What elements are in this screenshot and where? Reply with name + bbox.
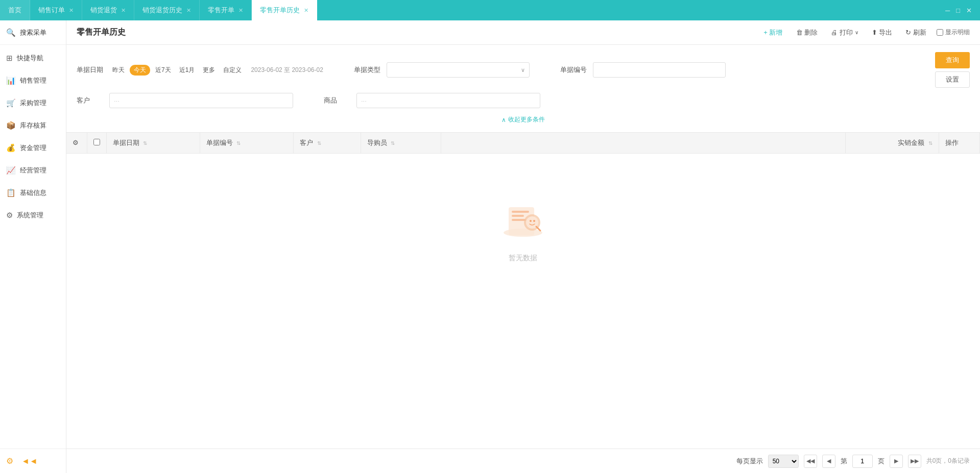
next-page-btn[interactable]: ▶ — [890, 455, 903, 468]
th-customer: 客户 ⇅ — [294, 133, 361, 153]
bill-no-input[interactable] — [593, 62, 726, 78]
tab-sales-return-close[interactable]: ✕ — [121, 7, 126, 14]
goods-dots: ··· — [361, 97, 367, 105]
sidebar-item-quick-nav-label: 快捷导航 — [17, 54, 43, 63]
tab-sales-order-close[interactable]: ✕ — [69, 7, 74, 14]
tab-sales-order[interactable]: 销售订单 ✕ — [30, 0, 82, 20]
th-actions-label: 操作 — [945, 139, 959, 146]
bill-no-label: 单据编号 — [560, 65, 589, 74]
settings-button[interactable]: 设置 — [935, 71, 970, 88]
th-salesperson-sort-icon[interactable]: ⇅ — [391, 140, 395, 146]
sidebar-item-finance[interactable]: 💰 资金管理 — [0, 137, 66, 159]
date-filter-field: 单据日期 昨天 今天 近7天 近1月 更多 自定义 2023-06-02 至 2… — [77, 65, 323, 76]
sidebar-item-purchase[interactable]: 🛒 采购管理 — [0, 92, 66, 114]
th-settings[interactable]: ⚙ — [66, 133, 87, 153]
window-close-btn[interactable]: ✕ — [966, 7, 972, 14]
main-layout: 🔍 搜索采单 ⊞ 快捷导航 📊 销售管理 🛒 采购管理 📦 库存核算 💰 — [0, 20, 980, 473]
tab-retail-open[interactable]: 零售开单 ✕ — [200, 0, 252, 20]
window-maximize-btn[interactable]: □ — [956, 7, 960, 14]
sidebar-item-sales[interactable]: 📊 销售管理 — [0, 69, 66, 92]
tab-sales-return-history-close[interactable]: ✕ — [186, 7, 191, 14]
th-amount-sort-icon[interactable]: ⇅ — [928, 140, 933, 146]
sidebar-settings-icon[interactable]: ⚙ — [6, 456, 13, 466]
th-date-sort-icon[interactable]: ⇅ — [143, 140, 147, 146]
export-button[interactable]: ⬆ 导出 — [869, 26, 896, 39]
th-amount-label: 实销金额 — [898, 139, 924, 146]
last-page-btn[interactable]: ▶▶ — [908, 455, 921, 468]
th-empty — [441, 133, 845, 153]
sidebar-item-system[interactable]: ⚙ 系统管理 — [0, 204, 66, 227]
bill-type-label: 单据类型 — [354, 65, 383, 74]
per-page-select[interactable]: 50 20 100 — [768, 455, 799, 468]
tab-sales-return-history[interactable]: 销货退货历史 ✕ — [134, 0, 200, 20]
basic-icon: 📋 — [6, 188, 16, 197]
collapse-filter-btn[interactable]: ∧ 收起更多条件 — [77, 113, 970, 128]
page-label: 页 — [878, 457, 885, 466]
sidebar-item-basic-label: 基础信息 — [20, 188, 46, 197]
tab-retail-open-history[interactable]: 零售开单历史 ✕ — [252, 0, 317, 20]
sidebar-item-operations[interactable]: 📈 经营管理 — [0, 159, 66, 182]
tab-retail-open-history-close[interactable]: ✕ — [304, 7, 308, 14]
tab-sales-return-label: 销货退货 — [90, 6, 117, 15]
tab-sales-return[interactable]: 销货退货 ✕ — [82, 0, 134, 20]
prev-page-btn[interactable]: ◀ — [822, 455, 835, 468]
current-page-input[interactable] — [852, 455, 873, 468]
svg-rect-3 — [512, 215, 524, 217]
th-salesperson: 导购员 ⇅ — [361, 133, 441, 153]
tab-retail-open-history-label: 零售开单历史 — [260, 6, 300, 15]
print-button[interactable]: 🖨 打印 ∨ — [828, 26, 862, 39]
query-button[interactable]: 查询 — [935, 52, 970, 68]
date-shortcut-custom[interactable]: 自定义 — [220, 65, 245, 76]
column-settings-icon[interactable]: ⚙ — [73, 139, 79, 146]
date-shortcut-1month[interactable]: 近1月 — [176, 65, 198, 76]
empty-state-text: 暂无数据 — [509, 254, 537, 263]
th-no: 单据编号 ⇅ — [200, 133, 293, 153]
bill-type-select[interactable]: ∨ — [387, 62, 530, 78]
th-no-sort-icon[interactable]: ⇅ — [236, 140, 241, 146]
svg-point-8 — [530, 220, 532, 222]
th-amount: 实销金额 ⇅ — [845, 133, 939, 153]
sidebar-collapse-icon[interactable]: ◄◄ — [21, 457, 38, 466]
window-minimize-btn[interactable]: ─ — [945, 7, 950, 14]
customer-label: 客户 — [77, 96, 105, 105]
bill-type-caret-icon: ∨ — [521, 67, 525, 73]
th-customer-sort-icon[interactable]: ⇅ — [317, 140, 321, 146]
first-page-btn[interactable]: ◀◀ — [804, 455, 817, 468]
purchase-icon: 🛒 — [6, 98, 16, 108]
sidebar-item-basic[interactable]: 📋 基础信息 — [0, 182, 66, 204]
bill-no-filter-field: 单据编号 — [560, 62, 726, 78]
delete-button[interactable]: 🗑 删除 — [793, 26, 821, 39]
sidebar-item-quick-nav[interactable]: ⊞ 快捷导航 — [0, 47, 66, 69]
customer-input[interactable]: ··· — [109, 93, 293, 108]
table-header-row: ⚙ 单据日期 ⇅ 单据编号 ⇅ — [66, 133, 980, 153]
th-no-label: 单据编号 — [206, 139, 233, 146]
show-detail-checkbox[interactable] — [937, 29, 943, 36]
operations-icon: 📈 — [6, 166, 16, 175]
goods-input[interactable]: ··· — [356, 93, 540, 108]
date-shortcut-yesterday[interactable]: 昨天 — [109, 65, 128, 76]
add-button[interactable]: + 新增 — [760, 26, 785, 39]
th-date: 单据日期 ⇅ — [106, 133, 200, 153]
delete-button-label: 🗑 删除 — [796, 28, 818, 37]
table-container: ⚙ 单据日期 ⇅ 单据编号 ⇅ — [66, 133, 980, 449]
sidebar-item-inventory[interactable]: 📦 库存核算 — [0, 114, 66, 137]
date-shortcuts: 昨天 今天 近7天 近1月 更多 自定义 — [109, 65, 245, 76]
top-tab-bar: 首页 销售订单 ✕ 销货退货 ✕ 销货退货历史 ✕ 零售开单 ✕ 零售开单历史 … — [0, 0, 980, 20]
empty-state: 暂无数据 — [66, 154, 980, 293]
pagination-bar: 每页显示 50 20 100 ◀◀ ◀ 第 页 ▶ ▶▶ 共0页，0条记录 — [66, 449, 980, 473]
date-shortcut-today[interactable]: 今天 — [130, 65, 150, 76]
th-customer-label: 客户 — [300, 139, 313, 146]
per-page-label: 每页显示 — [736, 457, 763, 466]
sidebar-search[interactable]: 🔍 搜索采单 — [0, 20, 66, 45]
refresh-button[interactable]: ↻ 刷新 — [902, 26, 929, 39]
system-icon: ⚙ — [6, 211, 13, 220]
date-shortcut-7days[interactable]: 近7天 — [152, 65, 174, 76]
date-shortcut-more[interactable]: 更多 — [200, 65, 218, 76]
sidebar-item-operations-label: 经营管理 — [20, 166, 46, 175]
select-all-checkbox[interactable] — [93, 139, 100, 145]
th-checkbox[interactable] — [87, 133, 106, 153]
tab-home[interactable]: 首页 — [0, 0, 30, 20]
refresh-button-label: ↻ 刷新 — [905, 28, 926, 37]
tab-retail-open-close[interactable]: ✕ — [238, 7, 243, 14]
show-detail-toggle[interactable]: 显示明细 — [937, 28, 970, 37]
